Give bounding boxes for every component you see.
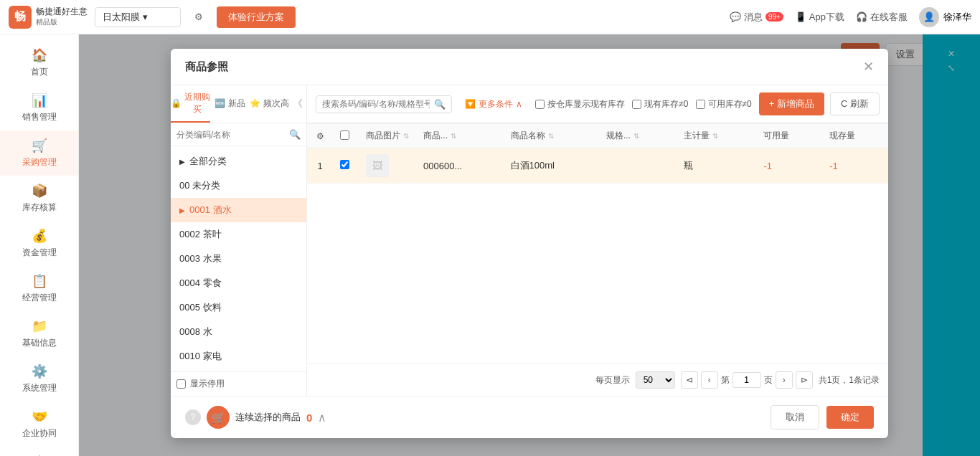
available-nonzero-checkbox[interactable] [696,100,705,109]
th-unit-label: 主计量 [684,130,710,142]
cat-label-drinks: 0005 饮料 [179,301,222,314]
trial-btn[interactable]: 体验行业方案 [217,6,296,28]
cat-search-input[interactable] [176,130,286,140]
cat-item-water[interactable]: 0008 水 [171,320,306,344]
logo: 畅 畅捷通好生意 精品版 [9,6,88,29]
cat-item-fruit[interactable]: 0003 水果 [171,247,306,271]
sidebar-item-sales[interactable]: 📊 销售管理 [0,85,78,130]
row-stock: -1 [822,148,888,184]
last-page-btn[interactable]: ⊳ [796,371,813,389]
help-icon[interactable]: ? [185,409,201,425]
finance-icon: 💰 [32,228,47,244]
cat-tab-new[interactable]: 🆕 新品 [210,85,250,123]
sidebar-label-operations: 经营管理 [22,292,57,304]
cat-search-icon[interactable]: 🔍 [289,129,301,140]
cat-arrow-all: ▶ [179,158,185,166]
sidebar-item-guide[interactable]: 🎓 新手引导 [0,447,78,456]
select-all-checkbox[interactable] [340,130,349,140]
page-nav: ⊲ ‹ 第 页 › ⊳ [681,371,813,389]
row-checkbox-cell[interactable] [333,148,359,184]
product-table-wrap: ⚙ 商品图片 ⇅ [307,123,888,364]
stock-nonzero-checkbox[interactable] [632,100,641,109]
cat-item-tea[interactable]: 0002 茶叶 [171,222,306,247]
sort-icon-unit: ⇅ [712,132,718,140]
username: 徐泽华 [943,11,971,24]
sidebar-item-finance[interactable]: 💰 资金管理 [0,221,78,266]
sidebar-item-home[interactable]: 🏠 首页 [0,40,78,85]
sidebar-item-system[interactable]: ⚙️ 系统管理 [0,356,78,402]
cat-item-snacks[interactable]: 0004 零食 [171,271,306,295]
prev-page-btn[interactable]: ‹ [701,371,718,389]
first-page-btn[interactable]: ⊲ [681,371,698,389]
user-menu[interactable]: 👤 徐泽华 [919,7,971,27]
cat-tab-recent[interactable]: 🔒 近期购买 [171,85,210,123]
cat-item-all[interactable]: ▶ 全部分类 [171,149,306,174]
product-image-placeholder: 🖼 [366,154,389,177]
sidebar-item-operations[interactable]: 📋 经营管理 [0,266,78,311]
cart-btn[interactable]: 🛒 [207,406,230,429]
checkbox-stock-nonzero[interactable]: 现有库存≠0 [632,98,688,110]
checkbox-by-warehouse[interactable]: 按仓库显示现有库存 [535,98,625,110]
next-page-btn[interactable]: › [776,371,793,389]
cat-tab-frequent[interactable]: ⭐ 频次高 [250,85,289,123]
purchase-icon: 🛒 [32,138,47,153]
store-dropdown[interactable]: 日太阳膜 ▾ [95,7,181,27]
sidebar-item-purchase[interactable]: 🛒 采购管理 [0,130,78,176]
th-available: 可用量 [756,124,822,148]
collapse-icon[interactable]: ∧ [318,411,326,424]
refresh-btn[interactable]: C 刷新 [830,92,880,115]
row-image: 🖼 [359,148,416,184]
show-disabled-checkbox[interactable] [176,379,186,389]
app-label: App下载 [809,11,844,24]
th-checkbox[interactable] [333,124,359,148]
th-available-label: 可用量 [763,130,789,141]
modal-body: 🔒 近期购买 🆕 新品 ⭐ 频次高 《 [171,85,888,396]
settings-icon[interactable]: ⚙ [188,6,209,28]
per-page-select[interactable]: 50 100 200 [636,371,675,389]
cancel-btn[interactable]: 取消 [771,405,819,429]
sidebar-label-home: 首页 [31,66,48,78]
inventory-icon: 📦 [32,183,47,199]
row-name: 白酒100ml [504,148,599,184]
page-number-input[interactable] [732,372,761,388]
cat-item-liquor[interactable]: ▶ 0001 酒水 [171,198,306,222]
confirm-btn[interactable]: 确定 [826,406,874,429]
add-product-btn[interactable]: + 新增商品 [759,92,824,115]
cat-item-unclassified[interactable]: 00 未分类 [171,174,306,198]
product-search-input[interactable] [322,99,430,109]
product-reference-modal: 商品参照 ✕ 🔒 近期购买 🆕 [171,49,888,438]
app-download-btn[interactable]: 📱 App下载 [795,11,844,24]
cat-panel-collapse-btn[interactable]: 《 [289,85,306,123]
chevron-up-icon: ∧ [516,99,522,109]
checkbox-available-nonzero[interactable]: 可用库存≠0 [696,98,752,110]
table-row[interactable]: 1 🖼 000600... [307,148,888,184]
sidebar-label-finance: 资金管理 [22,247,57,259]
sidebar-item-inventory[interactable]: 📦 库存核算 [0,176,78,221]
modal-footer-right: 取消 确定 [771,405,874,429]
headphone-icon: 🎧 [856,11,867,22]
cat-label-liquor: 0001 酒水 [189,204,232,217]
message-btn[interactable]: 💬 消息 99+ [730,11,783,24]
by-warehouse-checkbox[interactable] [535,100,545,109]
th-spec: 规格... ⇅ [599,124,677,148]
cat-item-appliances[interactable]: 0010 家电 [171,344,306,369]
sidebar-item-enterprise[interactable]: 🤝 企业协同 [0,402,78,447]
support-btn[interactable]: 🎧 在线客服 [856,11,908,24]
row-num: 1 [307,148,333,184]
modal-close-icon[interactable]: ✕ [863,59,874,75]
th-settings[interactable]: ⚙ [307,124,333,148]
th-spec-label: 规格... [606,130,631,142]
th-code-label: 商品... [423,130,448,142]
category-panel: 🔒 近期购买 🆕 新品 ⭐ 频次高 《 [171,85,307,396]
sidebar-item-basic-info[interactable]: 📁 基础信息 [0,311,78,356]
per-page-label: 每页显示 [595,374,630,386]
th-image: 商品图片 ⇅ [359,124,416,148]
search-icon[interactable]: 🔍 [434,99,446,110]
row-checkbox[interactable] [340,160,349,169]
filter-more-btn[interactable]: 🔽 更多条件 ∧ [459,95,528,113]
system-icon: ⚙️ [32,364,47,379]
filter-more-label: 更多条件 [479,98,513,110]
cat-item-drinks[interactable]: 0005 饮料 [171,295,306,320]
modal-header: 商品参照 ✕ [171,49,888,85]
cat-list: ▶ 全部分类 00 未分类 ▶ 0001 酒水 0002 茶 [171,146,306,371]
